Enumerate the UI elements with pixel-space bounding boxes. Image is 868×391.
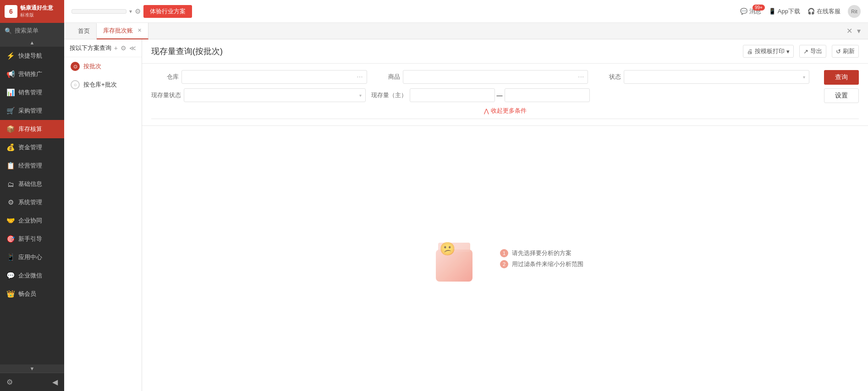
refresh-button[interactable]: ↺ 刷新: [832, 45, 859, 58]
export-label: 导出: [810, 47, 822, 55]
shortcut-icon: ⚡: [6, 52, 15, 60]
sidebar-item-basic[interactable]: 🗂 基础信息: [0, 175, 64, 193]
vip-icon: 👑: [6, 290, 15, 298]
warehouse-label: 仓库: [151, 73, 179, 81]
sidebar-item-system[interactable]: ⚙ 系统管理: [0, 193, 64, 212]
app-title-block: 畅康通好生意 标准版: [20, 5, 53, 18]
right-content: 现存量查询(按批次) 🖨 按模板打印 ▾ ↗ 导出 ↺ 刷新: [142, 39, 868, 391]
page-header: 现存量查询(按批次) 🖨 按模板打印 ▾ ↗ 导出 ↺ 刷新: [142, 39, 868, 64]
sidebar-item-shortcut[interactable]: ⚡ 快捷导航: [0, 47, 64, 65]
sidebar-item-wechat[interactable]: 💬 企业微信: [0, 266, 64, 285]
sidebar-item-label: 企业协同: [18, 217, 42, 225]
sidebar-item-vip[interactable]: 👑 畅会员: [0, 285, 64, 303]
setting-button[interactable]: 设置: [824, 88, 859, 103]
print-button[interactable]: 🖨 按模板打印 ▾: [743, 45, 794, 58]
headset-icon: 🎧: [808, 8, 815, 15]
panel-close-icon[interactable]: ✕: [846, 27, 852, 35]
empty-illustration: 😕: [427, 236, 482, 282]
scheme-panel-actions: + ⚙ ≪: [114, 44, 136, 52]
app-download-button[interactable]: 📱 App下载: [769, 7, 800, 16]
status-select[interactable]: ▾: [624, 70, 809, 84]
app-logo: 6: [5, 5, 17, 18]
sidebar-search-label: 搜索菜单: [15, 27, 38, 35]
tab-home[interactable]: 首页: [71, 23, 97, 39]
scheme-collapse-icon[interactable]: ≪: [129, 44, 136, 52]
messages-button[interactable]: 💬 消息 99+: [740, 7, 761, 16]
inventory-qty-max[interactable]: [505, 88, 590, 102]
refresh-icon: ↺: [836, 48, 841, 55]
export-icon: ↗: [803, 48, 808, 55]
tabs-bar: 首页 库存批次账 ✕ ✕ ▾: [64, 23, 868, 39]
empty-face-icon: 😕: [439, 241, 456, 256]
sidebar-item-sales[interactable]: 📊 销售管理: [0, 83, 64, 102]
scheme-panel-header: 按以下方案查询 + ⚙ ≪: [64, 39, 142, 57]
tab-inventory-batch[interactable]: 库存批次账 ✕: [97, 23, 148, 39]
product-filter: 商品 ···: [373, 70, 588, 84]
warehouse-input[interactable]: ···: [181, 70, 367, 84]
product-input[interactable]: ···: [403, 70, 588, 84]
sidebar-item-marketing[interactable]: 📢 营销推广: [0, 65, 64, 83]
online-service-button[interactable]: 🎧 在线客服: [808, 7, 841, 16]
sidebar-item-appstore[interactable]: 📱 应用中心: [0, 248, 64, 266]
export-button[interactable]: ↗ 导出: [799, 45, 826, 58]
add-scheme-icon[interactable]: +: [114, 44, 118, 52]
purchase-icon: 🛒: [6, 107, 15, 115]
empty-tip-1: 1 请先选择要分析的方案: [500, 249, 583, 257]
user-profile-button[interactable]: Rit: [848, 5, 861, 18]
scheme-warehouse-icon: ○: [71, 80, 80, 89]
phone-icon: 📱: [769, 8, 776, 15]
warehouse-filter: 仓库 ···: [151, 70, 367, 84]
user-avatar: Rit: [848, 5, 861, 18]
topbar-chevron-icon[interactable]: ▾: [129, 8, 132, 15]
search-icon: 🔍: [5, 27, 12, 34]
collapse-more-conditions[interactable]: ⋀ 收起更多条件: [151, 103, 859, 119]
sidebar-item-finance[interactable]: 💰 资金管理: [0, 138, 64, 157]
sidebar-item-newbie[interactable]: 🎯 新手引导: [0, 230, 64, 248]
topbar-right: 💬 消息 99+ 📱 App下载 🎧 在线客服 Rit: [740, 5, 861, 18]
scheme-item-batch[interactable]: ⊙ 按批次: [64, 57, 142, 76]
sidebar-item-business[interactable]: 📋 经营管理: [0, 157, 64, 175]
panel-menu-icon[interactable]: ▾: [857, 27, 861, 35]
inventory-status-arrow-icon: ▾: [359, 93, 362, 98]
product-more-icon[interactable]: ···: [578, 73, 584, 81]
user-name: Rit: [851, 9, 857, 14]
basic-icon: 🗂: [6, 180, 15, 188]
tip1-text: 请先选择要分析的方案: [512, 249, 571, 257]
warehouse-more-icon[interactable]: ···: [357, 73, 363, 81]
sidebar-item-label: 资金管理: [18, 143, 42, 152]
inventory-status-select[interactable]: ▾: [184, 88, 366, 102]
online-service-label: 在线客服: [817, 7, 841, 16]
query-button[interactable]: 查询: [824, 70, 859, 85]
topbar: ▾ ⚙ 体验行业方案 💬 消息 99+ 📱 App下载 🎧 在线客服 Rit: [64, 0, 868, 23]
sidebar-item-label: 经营管理: [18, 162, 42, 170]
collapse-sidebar-icon[interactable]: ◀: [52, 378, 58, 386]
topbar-left: ▾ ⚙ 体验行业方案: [71, 5, 736, 18]
sidebar-item-label: 畅会员: [18, 290, 36, 298]
status-arrow-icon: ▾: [803, 75, 805, 80]
topbar-gear-icon[interactable]: ⚙: [135, 7, 141, 16]
app-edition: 标准版: [20, 12, 53, 18]
sidebar-item-enterprise[interactable]: 🤝 企业协同: [0, 212, 64, 230]
empty-tip-2: 2 用过滤条件来缩小分析范围: [500, 260, 583, 268]
sidebar-item-label: 营销推广: [18, 70, 42, 78]
wechat-icon: 💬: [6, 272, 15, 280]
sidebar-scroll-up[interactable]: ▲: [0, 38, 64, 47]
sidebar-item-inventory[interactable]: 📦 库存核算: [0, 120, 64, 138]
sidebar-item-label: 应用中心: [18, 253, 42, 261]
scheme-settings-icon[interactable]: ⚙: [121, 44, 126, 52]
app-name: 畅康通好生意: [20, 5, 53, 12]
sidebar: 6 畅康通好生意 标准版 🔍 搜索菜单 ▲ ⚡ 快捷导航 📢 营销推广 📊 销售…: [0, 0, 64, 391]
sidebar-nav: ⚡ 快捷导航 📢 营销推广 📊 销售管理 🛒 采购管理 📦 库存核算 💰 资金管…: [0, 47, 64, 364]
inventory-qty-min[interactable]: [410, 88, 495, 102]
scheme-item-warehouse-batch[interactable]: ○ 按仓库+批次: [64, 76, 142, 94]
topbar-search-box[interactable]: [71, 9, 126, 14]
trial-button[interactable]: 体验行业方案: [143, 5, 192, 18]
sidebar-item-label: 基础信息: [18, 180, 42, 188]
sidebar-search[interactable]: 🔍 搜索菜单: [0, 23, 64, 38]
inventory-icon: 📦: [6, 125, 15, 133]
settings-icon[interactable]: ⚙: [6, 378, 13, 386]
tab-close-icon[interactable]: ✕: [137, 27, 142, 33]
scheme-batch-icon: ⊙: [71, 62, 80, 71]
sidebar-scroll-down[interactable]: ▼: [0, 364, 64, 373]
sidebar-item-purchase[interactable]: 🛒 采购管理: [0, 102, 64, 120]
